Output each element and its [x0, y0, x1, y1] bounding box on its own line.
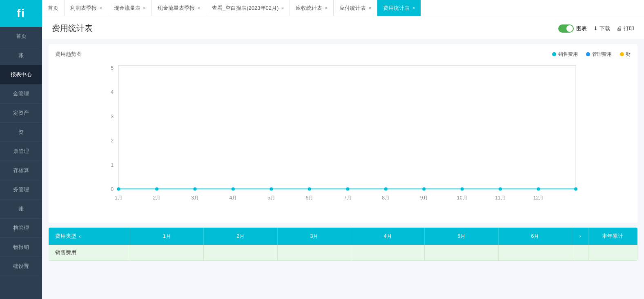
svg-point-20	[384, 187, 388, 190]
header-m3: 3月	[278, 228, 351, 245]
content-area: 费用统计表 图表 ⬇ 下载 🖨 打印 费用趋势图	[42, 16, 644, 299]
chart-toggle[interactable]	[558, 24, 574, 33]
tab-bar: 首页 利润表季报 × 现金流量表 × 现金流量表季报 × 查看_空白报表(202…	[42, 0, 644, 16]
main-area: 首页 利润表季报 × 现金流量表 × 现金流量表季报 × 查看_空白报表(202…	[42, 0, 644, 299]
legend-item-finance: 财	[620, 51, 631, 58]
sidebar-item-cash[interactable]: 金管理	[0, 84, 42, 104]
close-tab-cashflow[interactable]: ×	[143, 5, 146, 11]
sidebar-item-inventory[interactable]: 存核算	[0, 161, 42, 180]
svg-text:4月: 4月	[229, 195, 237, 201]
svg-text:2月: 2月	[153, 195, 161, 201]
header-m2: 2月	[204, 228, 277, 245]
svg-point-13	[117, 187, 120, 190]
sidebar: fi 首页 账 报表中心 金管理 定资产 资 票管理 存核算 务管理 账 档管理…	[0, 0, 42, 299]
prev-month-button[interactable]: ‹	[79, 233, 81, 239]
sidebar-item-ledger[interactable]: 账	[0, 199, 42, 219]
download-button[interactable]: ⬇ 下载	[593, 25, 610, 32]
print-icon: 🖨	[617, 25, 622, 31]
cell-m5	[425, 245, 498, 260]
svg-point-17	[270, 187, 273, 190]
svg-text:1月: 1月	[115, 195, 123, 201]
svg-point-21	[422, 187, 426, 190]
page-header: 费用统计表 图表 ⬇ 下载 🖨 打印	[42, 16, 644, 39]
svg-text:7月: 7月	[344, 195, 352, 201]
next-month-cell: ›	[572, 228, 588, 245]
svg-point-14	[155, 187, 158, 190]
header-m1: 1月	[130, 228, 204, 245]
tab-payable[interactable]: 应付统计表 ×	[334, 0, 377, 16]
svg-text:10月: 10月	[457, 195, 468, 201]
svg-text:3月: 3月	[191, 195, 199, 201]
svg-point-22	[461, 187, 464, 190]
sidebar-item-settings[interactable]: 础设置	[0, 257, 42, 276]
tab-home[interactable]: 首页	[42, 0, 65, 16]
expense-table-section: 费用类型 ‹ 1月 2月 3月 4月 5月 6月 › 本年累计 销售费用	[49, 228, 637, 261]
legend-dot-admin	[586, 52, 590, 56]
close-tab-blank-report[interactable]: ×	[281, 5, 284, 11]
cell-type: 销售费用	[49, 245, 130, 260]
cell-m6	[499, 245, 572, 260]
legend-dot-sales	[552, 52, 556, 56]
download-icon: ⬇	[593, 25, 598, 31]
sidebar-item-assets[interactable]: 定资产	[0, 104, 42, 123]
cell-m4	[351, 245, 425, 260]
svg-text:4: 4	[111, 89, 114, 95]
tab-expense-stat[interactable]: 费用统计表 ×	[377, 0, 421, 16]
tab-profit-quarterly[interactable]: 利润表季报 ×	[65, 0, 108, 16]
sidebar-item-expense[interactable]: 畅报销	[0, 238, 42, 257]
header-type: 费用类型 ‹	[49, 228, 130, 245]
svg-text:9月: 9月	[420, 195, 428, 201]
svg-text:5: 5	[111, 65, 114, 71]
cell-m1	[130, 245, 204, 260]
close-tab-profit-quarterly[interactable]: ×	[99, 5, 102, 11]
sidebar-item-investment[interactable]: 资	[0, 123, 42, 142]
svg-point-23	[499, 187, 502, 190]
page-title: 费用统计表	[52, 23, 93, 34]
header-total: 本年累计	[588, 228, 637, 245]
svg-text:8月: 8月	[382, 195, 390, 201]
chart-header: 费用趋势图 销售费用 管理费用 财	[55, 51, 631, 58]
svg-text:12月: 12月	[533, 195, 544, 201]
close-tab-cashflow-quarterly[interactable]: ×	[197, 5, 200, 11]
table-row: 销售费用	[49, 245, 637, 261]
sidebar-item-archive[interactable]: 档管理	[0, 219, 42, 238]
chart-section: 费用趋势图 销售费用 管理费用 财	[49, 44, 637, 223]
header-m6: 6月	[499, 228, 572, 245]
sidebar-item-service[interactable]: 务管理	[0, 180, 42, 199]
svg-text:0: 0	[111, 186, 114, 192]
chart-toggle-wrap: 图表	[558, 24, 587, 33]
svg-point-16	[232, 187, 235, 190]
close-tab-receivable[interactable]: ×	[325, 5, 328, 11]
tab-cashflow-quarterly[interactable]: 现金流量表季报 ×	[152, 0, 206, 16]
chart-toggle-label: 图表	[576, 25, 587, 32]
header-actions: 图表 ⬇ 下载 🖨 打印	[558, 24, 634, 33]
close-tab-expense-stat[interactable]: ×	[412, 5, 415, 11]
cell-nav-placeholder	[572, 245, 588, 260]
sidebar-item-reports[interactable]: 报表中心	[0, 65, 42, 84]
svg-text:1: 1	[111, 162, 114, 168]
tab-receivable[interactable]: 应收统计表 ×	[290, 0, 334, 16]
header-m4: 4月	[351, 228, 425, 245]
sidebar-item-invoice[interactable]: 票管理	[0, 142, 42, 161]
sidebar-item-home[interactable]: 首页	[0, 27, 42, 46]
cell-total	[588, 245, 637, 260]
svg-point-18	[308, 187, 311, 190]
header-type-label: 费用类型	[55, 233, 76, 240]
sidebar-item-account[interactable]: 账	[0, 46, 42, 65]
legend-dot-finance	[620, 52, 624, 56]
svg-point-19	[346, 187, 349, 190]
legend-label-finance: 财	[626, 51, 631, 58]
svg-point-24	[537, 187, 540, 190]
svg-point-15	[193, 187, 196, 190]
tab-cashflow[interactable]: 现金流量表 ×	[108, 0, 152, 16]
cell-m2	[204, 245, 277, 260]
next-month-button[interactable]: ›	[579, 233, 581, 239]
print-button[interactable]: 🖨 打印	[617, 25, 634, 32]
close-tab-payable[interactable]: ×	[368, 5, 371, 11]
legend-item-admin: 管理费用	[586, 51, 612, 58]
svg-text:6月: 6月	[305, 195, 313, 201]
chart-title: 费用趋势图	[55, 51, 82, 58]
sidebar-logo: fi	[0, 0, 42, 27]
tab-blank-report[interactable]: 查看_空白报表(2023年02月) ×	[206, 0, 290, 16]
svg-text:2: 2	[111, 138, 114, 144]
